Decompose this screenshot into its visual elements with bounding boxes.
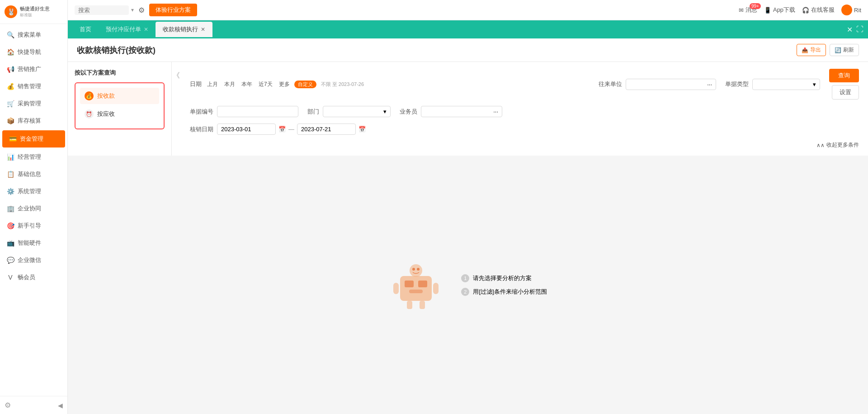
filter-option-receivable-label: 按应收 bbox=[97, 110, 115, 118]
settings-button[interactable]: 设置 bbox=[832, 85, 859, 100]
topbar-message[interactable]: ✉ 消息 99+ bbox=[739, 6, 757, 14]
sidebar-item-marketing[interactable]: 📢 营销推广 bbox=[0, 61, 67, 78]
sidebar-item-quicknav[interactable]: 🏠 快捷导航 bbox=[0, 43, 67, 61]
search-icon: 🔍 bbox=[7, 31, 14, 38]
topbar-app-download[interactable]: 📱 App下载 bbox=[764, 6, 795, 14]
sidebar-nav: 🔍 搜索菜单 🏠 快捷导航 📢 营销推广 💰 销售管理 🛒 采购管理 📦 库存核… bbox=[0, 24, 67, 396]
sidebar-logo: 🐰 畅捷通好生意 标准版 bbox=[0, 0, 67, 24]
collection-icon: 💰 bbox=[85, 91, 94, 100]
user-name: Rit bbox=[854, 7, 861, 14]
logo-icon: 🐰 bbox=[5, 5, 17, 18]
tab-collection[interactable]: 收款核销执行 ✕ bbox=[156, 22, 212, 37]
tab-collection-label: 收款核销执行 bbox=[163, 25, 198, 33]
topbar-brand: ▾ bbox=[75, 5, 134, 15]
refresh-button[interactable]: 🔄 刷新 bbox=[830, 44, 859, 56]
message-badge: 99+ bbox=[750, 3, 761, 9]
page-header: 收款核销执行(按收款) 📤 导出 🔄 刷新 bbox=[68, 38, 868, 62]
sidebar-item-guide[interactable]: 🎯 新手引导 bbox=[0, 217, 67, 234]
topbar-user[interactable]: Rit bbox=[841, 5, 861, 15]
verification-start-input[interactable] bbox=[217, 124, 276, 135]
filter-option-collection[interactable]: 💰 按收款 bbox=[80, 88, 159, 104]
date-last-month-btn[interactable]: 上月 bbox=[205, 80, 220, 89]
main-area: ▾ ⚙ 体验行业方案 ✉ 消息 99+ 📱 App下载 🎧 在线客服 Rit bbox=[68, 0, 868, 414]
filter-option-collection-label: 按收款 bbox=[97, 92, 115, 100]
tab-close-all-icon[interactable]: ✕ bbox=[847, 25, 853, 34]
sidebar-item-hardware[interactable]: 📺 智能硬件 bbox=[0, 234, 67, 252]
solution-button[interactable]: 体验行业方案 bbox=[149, 4, 197, 16]
sidebar-item-search[interactable]: 🔍 搜索菜单 bbox=[0, 26, 67, 43]
counterpart-select[interactable]: ··· bbox=[626, 79, 716, 90]
verification-end-input[interactable] bbox=[297, 124, 356, 135]
staff-select[interactable]: ··· bbox=[421, 106, 502, 117]
brand-search-input[interactable] bbox=[75, 5, 129, 15]
refresh-icon: 🔄 bbox=[835, 47, 841, 53]
topbar-right: ✉ 消息 99+ 📱 App下载 🎧 在线客服 Rit bbox=[739, 5, 861, 15]
staff-label: 业务员 bbox=[400, 108, 417, 116]
tabbar-right-actions: ✕ ⛶ bbox=[847, 25, 863, 34]
date-more-btn[interactable]: 更多 bbox=[277, 80, 292, 89]
sidebar-item-sales[interactable]: 💰 销售管理 bbox=[0, 78, 67, 95]
topbar-gear-icon[interactable]: ⚙ bbox=[138, 6, 145, 14]
tab-home[interactable]: 首页 bbox=[72, 22, 99, 37]
bill-type-chevron-icon: ▾ bbox=[813, 81, 816, 88]
svg-point-10 bbox=[417, 268, 420, 271]
member-icon: V bbox=[7, 274, 14, 281]
query-button[interactable]: 查询 bbox=[829, 69, 859, 82]
svg-rect-3 bbox=[409, 290, 423, 293]
sidebar: 🐰 畅捷通好生意 标准版 🔍 搜索菜单 🏠 快捷导航 📢 营销推广 💰 销售管理… bbox=[0, 0, 68, 414]
page-title: 收款核销执行(按收款) bbox=[77, 45, 156, 56]
bill-no-input[interactable] bbox=[217, 106, 298, 117]
collapse-more-button[interactable]: ∧∧ 收起更多条件 bbox=[190, 141, 859, 149]
topbar-online-service[interactable]: 🎧 在线客服 bbox=[802, 6, 835, 14]
bill-type-select[interactable]: ▾ bbox=[752, 79, 820, 90]
empty-state-tips: 1 请先选择要分析的方案 2 用[过滤]条件来缩小分析范围 bbox=[461, 274, 547, 296]
sidebar-item-basic[interactable]: 📋 基础信息 bbox=[0, 166, 67, 183]
date-this-year-btn[interactable]: 本年 bbox=[240, 80, 254, 89]
content-body: 1 请先选择要分析的方案 2 用[过滤]条件来缩小分析范围 bbox=[68, 156, 868, 414]
enterprise-icon: 🏢 bbox=[7, 205, 14, 212]
sidebar-item-member[interactable]: V 畅会员 bbox=[0, 269, 67, 286]
sidebar-item-label: 智能硬件 bbox=[18, 239, 41, 247]
svg-rect-6 bbox=[407, 301, 412, 309]
tab-collection-close-icon[interactable]: ✕ bbox=[201, 26, 205, 33]
topbar-chevron-icon[interactable]: ▾ bbox=[131, 7, 134, 13]
bill-type-field: 单据类型 ▾ bbox=[725, 79, 820, 90]
filter-collapse-button[interactable]: 《 bbox=[172, 62, 181, 156]
export-button[interactable]: 📤 导出 bbox=[797, 44, 826, 56]
tab-prepay[interactable]: 预付冲应付单 ✕ bbox=[99, 22, 156, 37]
sidebar-item-label: 营销推广 bbox=[18, 65, 41, 73]
sidebar-bottom: ⚙ ◀ bbox=[0, 396, 67, 414]
sidebar-item-capital[interactable]: 💳 资金管理 bbox=[2, 130, 65, 148]
operation-icon: 📊 bbox=[7, 153, 14, 161]
sidebar-item-purchase[interactable]: 🛒 采购管理 bbox=[0, 95, 67, 112]
tab-expand-icon[interactable]: ⛶ bbox=[856, 25, 863, 34]
sidebar-item-label: 销售管理 bbox=[18, 82, 41, 90]
sidebar-item-inventory[interactable]: 📦 库存核算 bbox=[0, 112, 67, 129]
date-quick-group: 上月 本月 本年 近7天 更多 自定义 bbox=[205, 80, 316, 89]
date-this-month-btn[interactable]: 本月 bbox=[222, 80, 237, 89]
sidebar-item-enterprise[interactable]: 🏢 企业协同 bbox=[0, 200, 67, 217]
purchase-icon: 🛒 bbox=[7, 100, 14, 107]
date-7days-btn[interactable]: 近7天 bbox=[257, 80, 274, 89]
sidebar-item-system[interactable]: ⚙️ 系统管理 bbox=[0, 183, 67, 200]
tab-prepay-close-icon[interactable]: ✕ bbox=[144, 26, 148, 33]
topbar: ▾ ⚙ 体验行业方案 ✉ 消息 99+ 📱 App下载 🎧 在线客服 Rit bbox=[68, 0, 868, 20]
message-icon: ✉ bbox=[739, 7, 744, 14]
service-icon: 🎧 bbox=[802, 7, 809, 14]
filter-option-receivable[interactable]: ⏰ 按应收 bbox=[80, 106, 159, 122]
inventory-icon: 📦 bbox=[7, 117, 14, 124]
date-custom-badge[interactable]: 自定义 bbox=[294, 81, 316, 88]
verification-start-calendar-icon[interactable]: 📅 bbox=[278, 126, 286, 133]
dept-select[interactable]: ▾ bbox=[323, 106, 391, 117]
receivable-icon: ⏰ bbox=[85, 109, 94, 119]
empty-state-image bbox=[389, 258, 443, 312]
filter-container: 按以下方案查询 💰 按收款 ⏰ 按应收 《 bbox=[68, 62, 868, 156]
sidebar-settings-icon[interactable]: ⚙ bbox=[5, 401, 11, 409]
sidebar-collapse-button[interactable]: ◀ bbox=[58, 402, 63, 409]
tab-home-label: 首页 bbox=[80, 25, 91, 33]
sidebar-item-operation[interactable]: 📊 经营管理 bbox=[0, 148, 67, 166]
svg-rect-0 bbox=[400, 276, 432, 301]
sidebar-item-wechat[interactable]: 💬 企业微信 bbox=[0, 252, 67, 269]
counterpart-field: 往来单位 ··· bbox=[599, 79, 716, 90]
verification-end-calendar-icon[interactable]: 📅 bbox=[359, 126, 366, 133]
